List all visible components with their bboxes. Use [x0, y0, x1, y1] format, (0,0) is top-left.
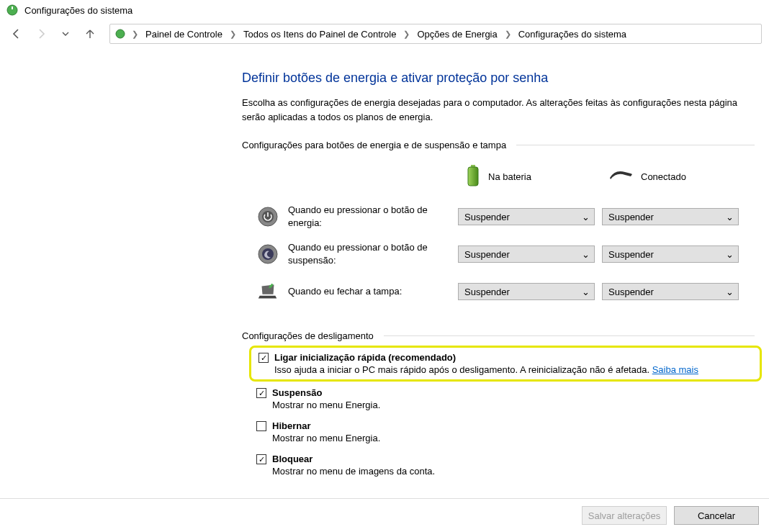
back-button[interactable] — [7, 24, 26, 43]
chevron-down-icon: ⌄ — [582, 212, 590, 222]
chevron-right-icon: ❯ — [402, 30, 411, 39]
breadcrumb-item[interactable]: Opções de Energia — [413, 29, 501, 40]
forward-button[interactable] — [32, 24, 50, 43]
window-titlebar: Configurações do sistema — [0, 0, 769, 20]
cancel-button[interactable]: Cancelar — [674, 506, 759, 525]
sleep-checkbox[interactable] — [256, 388, 266, 398]
power-row-sleep-button: Quando eu pressionar o botão de suspensã… — [256, 235, 755, 273]
chevron-right-icon: ❯ — [503, 30, 513, 39]
fast-startup-description: Isso ajuda a iniciar o PC mais rápido ap… — [274, 364, 698, 375]
window-title: Configurações do sistema — [24, 5, 132, 16]
hibernate-description: Mostrar no menu Energia. — [272, 433, 380, 443]
page-title: Definir botões de energia e ativar prote… — [242, 71, 755, 86]
shutdown-settings-list: Ligar inicialização rápida (recomendado)… — [242, 346, 755, 477]
power-row-power-button: Quando eu pressionar o botão de energia:… — [256, 198, 755, 235]
laptop-lid-icon — [256, 280, 279, 303]
power-button-plugged-select[interactable]: Suspender ⌄ — [602, 208, 739, 225]
page-description: Escolha as configurações de energia dese… — [242, 96, 746, 124]
chevron-down-icon: ⌄ — [582, 287, 590, 297]
plug-icon — [609, 169, 634, 184]
chevron-down-icon: ⌄ — [726, 249, 734, 260]
sleep-button-plugged-select[interactable]: Suspender ⌄ — [602, 245, 739, 263]
battery-icon — [465, 164, 481, 189]
recent-locations-button[interactable] — [56, 24, 75, 43]
address-bar[interactable]: ❯ Painel de Controle ❯ Todos os Itens do… — [109, 24, 762, 44]
shutdown-group-label: Configurações de desligamento — [242, 330, 755, 341]
learn-more-link[interactable]: Saiba mais — [652, 364, 698, 375]
column-header-battery: Na bateria — [458, 164, 602, 189]
column-header-plugged: Conectado — [602, 169, 746, 184]
breadcrumb-item[interactable]: Todos os Itens do Painel de Controle — [239, 29, 400, 40]
sleep-button-battery-select[interactable]: Suspender ⌄ — [458, 245, 595, 263]
panel-icon — [6, 4, 19, 17]
navbar: ❯ Painel de Controle ❯ Todos os Itens do… — [0, 20, 769, 48]
power-buttons-group-label: Configurações para botões de energia e d… — [242, 140, 755, 150]
fast-startup-highlight: Ligar inicialização rápida (recomendado)… — [249, 346, 762, 382]
chevron-right-icon: ❯ — [130, 30, 140, 39]
lock-label: Bloquear — [272, 454, 435, 464]
lid-close-battery-select[interactable]: Suspender ⌄ — [458, 283, 595, 300]
svg-rect-4 — [468, 167, 478, 186]
sleep-option: Suspensão Mostrar no menu Energia. — [256, 387, 755, 410]
control-panel-icon — [113, 27, 127, 41]
lock-description: Mostrar no menu de imagens da conta. — [272, 466, 435, 477]
fast-startup-label: Ligar inicialização rápida (recomendado) — [274, 352, 698, 363]
svg-point-2 — [116, 30, 125, 38]
hibernate-label: Hibernar — [272, 420, 380, 431]
main-content: Definir botões de energia e ativar prote… — [0, 48, 769, 477]
breadcrumb-item[interactable]: Painel de Controle — [141, 29, 227, 40]
chevron-right-icon: ❯ — [228, 30, 238, 39]
power-buttons-grid: Na bateria Conectado — [242, 159, 755, 310]
sleep-description: Mostrar no menu Energia. — [272, 400, 380, 410]
sleep-label: Suspensão — [272, 387, 380, 398]
hibernate-option: Hibernar Mostrar no menu Energia. — [256, 420, 755, 443]
save-button[interactable]: Salvar alterações — [582, 506, 667, 525]
chevron-down-icon: ⌄ — [582, 249, 590, 260]
breadcrumb-item[interactable]: Configurações do sistema — [514, 29, 631, 40]
power-row-lid-close: Quando eu fechar a tampa: Suspender ⌄ Su… — [256, 273, 755, 310]
footer: Salvar alterações Cancelar — [0, 498, 769, 532]
up-button[interactable] — [81, 24, 99, 43]
chevron-down-icon: ⌄ — [726, 287, 734, 297]
fast-startup-checkbox[interactable] — [258, 353, 269, 363]
lock-option: Bloquear Mostrar no menu de imagens da c… — [256, 454, 755, 477]
lid-close-plugged-select[interactable]: Suspender ⌄ — [602, 283, 739, 300]
breadcrumb: ❯ Painel de Controle ❯ Todos os Itens do… — [130, 29, 631, 40]
hibernate-checkbox[interactable] — [256, 421, 266, 431]
sleep-button-icon — [256, 243, 279, 266]
chevron-down-icon: ⌄ — [726, 212, 734, 222]
lock-checkbox[interactable] — [256, 454, 266, 464]
svg-rect-1 — [12, 6, 13, 9]
power-button-battery-select[interactable]: Suspender ⌄ — [458, 208, 595, 225]
power-button-icon — [256, 205, 279, 228]
